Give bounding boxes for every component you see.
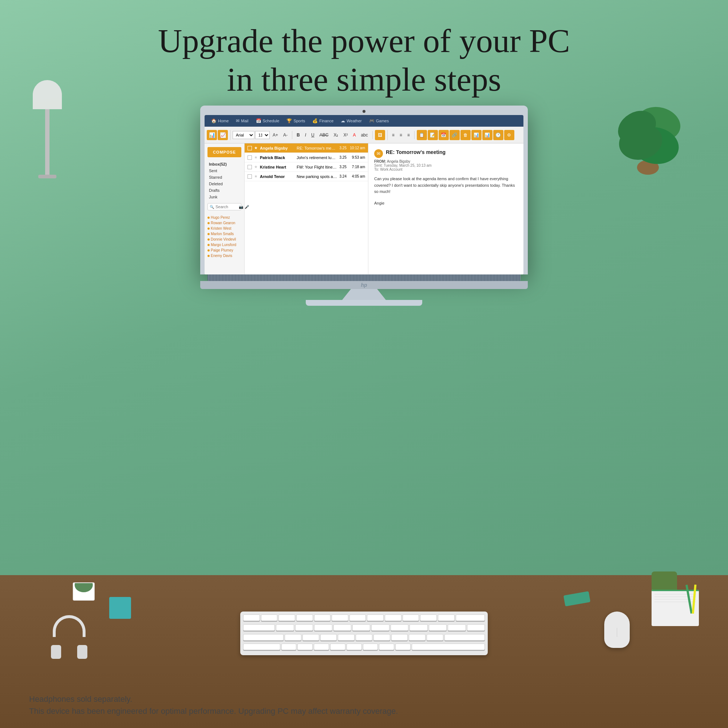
search-input[interactable] (216, 205, 237, 209)
keyboard[interactable] (240, 612, 488, 655)
subscript-button[interactable]: X₂ (331, 131, 340, 139)
contact-hugo-perez[interactable]: Hugo Perez (208, 215, 241, 220)
email-time: 7:18 am (349, 165, 365, 169)
font-grow-button[interactable]: A+ (271, 131, 280, 139)
superscript-button[interactable]: X² (341, 131, 350, 139)
email-detail-header: ✉ RE: Tomorrow's meeting (374, 149, 518, 158)
delete-button[interactable]: 🗑 (460, 130, 471, 140)
line-chart-button[interactable]: 📈 (218, 130, 228, 140)
mail-icon: ✉ (236, 118, 240, 123)
strikethrough-button[interactable]: ABC (317, 131, 331, 139)
email-sender: Patrick Black (260, 155, 294, 160)
nav-item-sports[interactable]: 🏆 Sports (283, 115, 309, 127)
from-label: FROM: (374, 159, 386, 164)
headline-line1: Upgrade the power of your PC (0, 22, 728, 60)
email-checkbox[interactable] (248, 146, 252, 150)
key (395, 644, 411, 650)
font-color-button[interactable]: A (350, 131, 358, 139)
star-icon[interactable]: ★ (254, 145, 258, 150)
contact-name: Hugo Perez (211, 216, 230, 219)
contact-dot (208, 249, 210, 252)
clock-button[interactable]: 🕐 (493, 130, 503, 140)
key (467, 624, 485, 631)
key (410, 624, 427, 631)
nav-home-label: Home (218, 119, 229, 123)
contact-enemy-davis[interactable]: Enemy Davis (208, 253, 241, 258)
settings-button[interactable]: ⚙ (504, 130, 514, 140)
italic-button[interactable]: I (303, 131, 308, 139)
keyboard-keys (240, 612, 488, 655)
finance-icon: 💰 (312, 118, 318, 123)
bar-chart-button[interactable]: 📊 (207, 130, 217, 140)
align-right-button[interactable]: ≡ (405, 131, 412, 139)
key (332, 615, 348, 621)
nav-item-schedule[interactable]: 📅 Schedule (252, 115, 283, 127)
contact-paige-plumey[interactable]: Paige Plumey (208, 248, 241, 253)
contact-margo-lunsford[interactable]: Margo Lunsford (208, 242, 241, 248)
star-icon[interactable]: ★ (254, 165, 258, 169)
nav-item-games[interactable]: 🎮 Games (366, 115, 392, 127)
table-button[interactable]: 📋 (417, 130, 427, 140)
contact-rowan-gearon[interactable]: Rowan Gearon (208, 220, 241, 226)
sidebar-inbox[interactable]: Inbox(52) (208, 161, 241, 167)
email-row[interactable]: ★ Kristine Heart FW: Your Flight Itinera… (245, 162, 368, 172)
email-body-text: Can you please look at the agenda items … (374, 177, 515, 194)
sidebar-deleted[interactable]: Deleted (208, 180, 241, 187)
monitor-screen: 🏠 Home ✉ Mail 📅 Schedule 🏆 Sports (205, 115, 523, 274)
align-center-button[interactable]: ≡ (398, 131, 404, 139)
toolbar-align-group: ≡ ≡ ≡ (390, 131, 414, 139)
email-row[interactable]: ★ Patrick Black John's retirement lunch … (245, 153, 368, 162)
contact-kristen-west[interactable]: Kristen West (208, 226, 241, 231)
email-checkbox[interactable] (248, 174, 252, 179)
compose-button[interactable]: COMPOSE (208, 147, 241, 157)
email-detail-icon: ✉ (374, 149, 383, 158)
nav-item-home[interactable]: 🏠 Home (208, 115, 232, 127)
star-icon[interactable]: ★ (254, 174, 258, 179)
contact-dot (208, 239, 210, 241)
sidebar-starred[interactable]: Starred (208, 174, 241, 180)
key (448, 624, 466, 631)
sidebar-drafts[interactable]: Drafts (208, 187, 241, 194)
nav-item-weather[interactable]: ☁ Weather (337, 115, 365, 127)
email-row[interactable]: ★ Arnold Tenor New parking spots availab… (245, 172, 368, 181)
mouse-divider (617, 628, 617, 637)
underline-button[interactable]: U (309, 131, 317, 139)
email-subject: FW: Your Flight Itinerary to Newark, NJ (297, 165, 337, 169)
email-checkbox[interactable] (248, 155, 252, 160)
align-left-button[interactable]: ≡ (390, 131, 397, 139)
barcode-button[interactable]: 📊 (482, 130, 492, 140)
form-button[interactable]: 📝 (428, 130, 438, 140)
contact-dot (208, 228, 210, 230)
sidebar-sent[interactable]: Sent (208, 167, 241, 174)
toolbar-format-group: B I U ABC X₂ X² A abc (294, 131, 373, 139)
key (429, 624, 447, 631)
link-button[interactable]: 🔗 (450, 130, 460, 140)
sidebar-junk[interactable]: Junk (208, 194, 241, 200)
key (296, 615, 313, 621)
key-enter (444, 634, 485, 641)
font-shrink-button[interactable]: A- (281, 131, 290, 139)
email-time: 4:05 am (349, 174, 365, 178)
bold-button[interactable]: B (294, 131, 302, 139)
key-row-1 (243, 615, 485, 623)
font-family-select[interactable]: Arial (232, 131, 254, 139)
email-checkbox[interactable] (248, 165, 252, 169)
font-size-select[interactable]: 11 (255, 131, 270, 139)
nav-item-mail[interactable]: ✉ Mail (232, 115, 252, 127)
contact-marlon-smalls[interactable]: Marlon Smalls (208, 231, 241, 237)
key (409, 634, 425, 641)
contact-donnie-vindevil[interactable]: Donnie Vindevil (208, 237, 241, 242)
email-sender: Arnold Tenor (260, 174, 294, 179)
chart2-button[interactable]: 📊 (471, 130, 482, 140)
highlight-button[interactable]: abc (359, 131, 370, 139)
key (367, 615, 384, 621)
email-time: 9:53 am (349, 155, 365, 159)
star-icon[interactable]: ★ (254, 155, 258, 160)
email-row-selected[interactable]: ★ Angela Bigsby RE: Tomorrow's meeting 3… (245, 144, 368, 153)
nav-item-finance[interactable]: 💰 Finance (309, 115, 337, 127)
email-detail-sent: Sent: Tuesday, March 25, 10:13 am (374, 164, 518, 167)
mouse[interactable] (604, 612, 630, 648)
calendar-button[interactable]: 📅 (439, 130, 449, 140)
picture-button[interactable]: 🖼 (375, 130, 385, 140)
key-backspace (456, 615, 485, 621)
